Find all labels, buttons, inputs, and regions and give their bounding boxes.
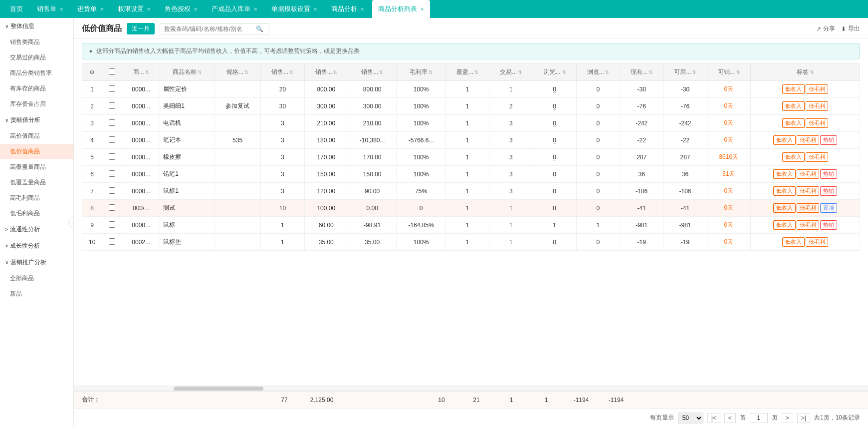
nav-item-单据模板设置[interactable]: 单据模板设置✕ bbox=[265, 0, 323, 18]
col-header-browse2[interactable]: 浏览...⇅ bbox=[576, 64, 620, 81]
nav-item-角色授权[interactable]: 角色授权✕ bbox=[159, 0, 204, 18]
share-btn[interactable]: ↗ 分享 bbox=[816, 24, 835, 33]
nav-close-icon[interactable]: ✕ bbox=[420, 6, 424, 12]
row-checkbox[interactable] bbox=[109, 153, 115, 160]
cell-browse1[interactable]: 0 bbox=[533, 200, 576, 217]
select-all-checkbox[interactable] bbox=[109, 68, 115, 75]
cell-checkbox[interactable] bbox=[102, 166, 122, 183]
sidebar-item-全部商品[interactable]: 全部商品 bbox=[0, 271, 73, 286]
sidebar-item-销售类商品[interactable]: 销售类商品 bbox=[0, 34, 73, 50]
cell-browse1[interactable]: 0 bbox=[533, 132, 576, 149]
col-header-code[interactable]: 商...⇅ bbox=[122, 64, 160, 81]
cell-browse1[interactable]: 0 bbox=[533, 98, 576, 115]
cell-browse1[interactable]: 0 bbox=[533, 115, 576, 132]
cell-browse1[interactable]: 0 bbox=[533, 234, 576, 251]
browse-link[interactable]: 0 bbox=[553, 171, 556, 178]
row-checkbox[interactable] bbox=[109, 102, 115, 109]
sidebar-item-高覆盖量商品[interactable]: 高覆盖量商品 bbox=[0, 159, 73, 175]
nav-close-icon[interactable]: ✕ bbox=[59, 6, 63, 12]
search-input[interactable] bbox=[164, 25, 254, 32]
sidebar-section-流通性分析[interactable]: >流通性分析 bbox=[0, 221, 73, 238]
col-header-current[interactable]: 现有...⇅ bbox=[620, 64, 663, 81]
browse-link[interactable]: 0 bbox=[553, 137, 556, 144]
nav-close-icon[interactable]: ✕ bbox=[360, 6, 364, 12]
sidebar-item-低覆盖量商品[interactable]: 低覆盖量商品 bbox=[0, 175, 73, 190]
row-checkbox[interactable] bbox=[109, 187, 115, 194]
scrollbar-thumb[interactable] bbox=[174, 387, 263, 391]
horizontal-scrollbar[interactable] bbox=[74, 386, 868, 391]
settings-icon[interactable]: ⚙ bbox=[89, 69, 95, 76]
col-header-coverage[interactable]: 覆盖...⇅ bbox=[445, 64, 489, 81]
sidebar-item-高价值商品[interactable]: 高价值商品 bbox=[0, 128, 73, 144]
col-header-trade[interactable]: 交易...⇅ bbox=[489, 64, 533, 81]
browse-link[interactable]: 0 bbox=[553, 188, 556, 195]
sidebar-item-高毛利商品[interactable]: 高毛利商品 bbox=[0, 190, 73, 206]
browse-link[interactable]: 0 bbox=[553, 103, 556, 110]
nav-item-产成品入库单[interactable]: 产成品入库单✕ bbox=[206, 0, 263, 18]
sidebar-item-低价值商品[interactable]: 低价值商品 bbox=[0, 144, 73, 159]
nav-item-商品分析[interactable]: 商品分析✕ bbox=[325, 0, 370, 18]
col-header-sellable[interactable]: 可销...⇅ bbox=[707, 64, 750, 81]
cell-checkbox[interactable] bbox=[102, 149, 122, 166]
nav-item-进货单[interactable]: 进货单✕ bbox=[71, 0, 110, 18]
row-checkbox[interactable] bbox=[109, 170, 115, 177]
sidebar-item-新品[interactable]: 新品 bbox=[0, 286, 73, 302]
col-header-sale_price[interactable]: 销售...⇅ bbox=[304, 64, 348, 81]
prev-page-btn[interactable]: < bbox=[724, 413, 736, 423]
browse-link[interactable]: 0 bbox=[553, 205, 556, 212]
col-header-sale_amount[interactable]: 销售...⇅ bbox=[348, 64, 397, 81]
row-checkbox[interactable] bbox=[109, 136, 115, 143]
next-page-btn[interactable]: > bbox=[782, 413, 793, 423]
cell-browse1[interactable]: 0 bbox=[533, 183, 576, 200]
cell-checkbox[interactable] bbox=[102, 200, 122, 217]
cell-checkbox[interactable] bbox=[102, 234, 122, 251]
cell-browse1[interactable]: 1 bbox=[533, 217, 576, 234]
nav-close-icon[interactable]: ✕ bbox=[100, 6, 104, 12]
sidebar-item-库存资金占用[interactable]: 库存资金占用 bbox=[0, 96, 73, 112]
browse-link[interactable]: 0 bbox=[553, 86, 556, 93]
cell-checkbox[interactable] bbox=[102, 81, 122, 98]
col-header-spec[interactable]: 规格...⇅ bbox=[214, 64, 260, 81]
page-input[interactable] bbox=[750, 413, 768, 423]
col-header-browse1[interactable]: 浏览...⇅ bbox=[533, 64, 576, 81]
cell-browse1[interactable]: 0 bbox=[533, 166, 576, 183]
row-checkbox[interactable] bbox=[109, 238, 115, 245]
col-header-tags[interactable]: 标签⇅ bbox=[750, 64, 860, 81]
filter-recent-month-btn[interactable]: 近一月 bbox=[127, 23, 155, 34]
row-checkbox[interactable] bbox=[109, 85, 115, 92]
per-page-select[interactable]: 50 100 200 bbox=[678, 413, 703, 424]
browse-link[interactable]: 0 bbox=[553, 239, 556, 246]
nav-item-商品分析列表[interactable]: 商品分析列表✕ bbox=[372, 0, 430, 18]
cell-browse1[interactable]: 0 bbox=[533, 149, 576, 166]
sidebar-item-商品分类销售率[interactable]: 商品分类销售率 bbox=[0, 65, 73, 81]
col-header-name[interactable]: 商品名称⇅ bbox=[160, 64, 215, 81]
col-header-checkbox[interactable] bbox=[102, 64, 122, 81]
cell-checkbox[interactable] bbox=[102, 217, 122, 234]
nav-close-icon[interactable]: ✕ bbox=[147, 6, 151, 12]
row-checkbox[interactable] bbox=[109, 119, 115, 126]
last-page-btn[interactable]: >| bbox=[797, 413, 810, 423]
nav-close-icon[interactable]: ✕ bbox=[313, 6, 317, 12]
browse-link[interactable]: 0 bbox=[553, 120, 556, 127]
sidebar-item-交易过的商品[interactable]: 交易过的商品 bbox=[0, 50, 73, 65]
col-header-available[interactable]: 可用...⇅ bbox=[663, 64, 707, 81]
sidebar-section-整体信息[interactable]: ∨整体信息 bbox=[0, 18, 73, 34]
browse-link[interactable]: 1 bbox=[553, 222, 556, 229]
nav-item-首页[interactable]: 首页 bbox=[4, 0, 29, 18]
nav-item-权限设置[interactable]: 权限设置✕ bbox=[112, 0, 157, 18]
col-header-sale_qty[interactable]: 销售...⇅ bbox=[261, 64, 304, 81]
sidebar-section-贡献值分析[interactable]: ∨贡献值分析 bbox=[0, 112, 73, 128]
col-header-profit_rate[interactable]: 毛利率⇅ bbox=[397, 64, 446, 81]
sidebar-section-营销推广分析[interactable]: ∨营销推广分析 bbox=[0, 254, 73, 271]
col-header-settings[interactable]: ⚙ bbox=[82, 64, 102, 81]
sidebar-item-低毛利商品[interactable]: 低毛利商品 bbox=[0, 206, 73, 221]
export-btn[interactable]: ⬇ 导出 bbox=[841, 24, 860, 33]
cell-checkbox[interactable] bbox=[102, 115, 122, 132]
nav-close-icon[interactable]: ✕ bbox=[253, 6, 257, 12]
browse-link[interactable]: 0 bbox=[553, 154, 556, 161]
sidebar-item-有库存的商品[interactable]: 有库存的商品 bbox=[0, 81, 73, 96]
cell-checkbox[interactable] bbox=[102, 183, 122, 200]
row-checkbox[interactable] bbox=[109, 221, 115, 228]
cell-checkbox[interactable] bbox=[102, 132, 122, 149]
first-page-btn[interactable]: |< bbox=[707, 413, 720, 423]
